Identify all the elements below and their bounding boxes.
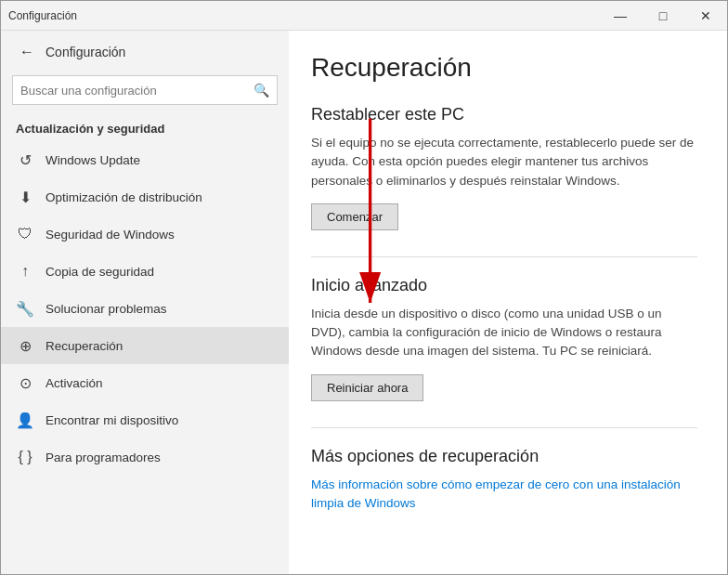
main-content: Recuperación Restablecer este PC Si el e… <box>289 31 727 574</box>
inicio-avanzado-heading: Inicio avanzado <box>311 276 697 295</box>
page-title: Recuperación <box>311 53 697 83</box>
sidebar-item-label: Windows Update <box>46 153 140 167</box>
titlebar-controls: — □ ✕ <box>599 1 727 30</box>
sidebar-item-label: Recuperación <box>46 339 123 353</box>
mas-opciones-link[interactable]: Más información sobre cómo empezar de ce… <box>311 476 697 514</box>
sidebar-item-label: Copia de seguridad <box>46 265 154 279</box>
solucionar-icon: 🔧 <box>16 299 34 318</box>
search-icon[interactable]: 🔍 <box>254 83 269 98</box>
sidebar-app-title: Configuración <box>46 45 125 59</box>
sidebar-item-encontrar[interactable]: 👤 Encontrar mi dispositivo <box>1 401 289 438</box>
divider2 <box>311 427 697 428</box>
restablecer-text: Si el equipo no se ejecuta correctamente… <box>311 134 697 190</box>
sidebar-item-label: Activación <box>46 376 103 390</box>
sidebar-item-label: Para programadores <box>46 451 161 464</box>
sidebar-item-label: Optimización de distribución <box>46 190 202 204</box>
inicio-avanzado-text: Inicia desde un dispositivo o disco (com… <box>311 305 697 361</box>
sidebar-item-label: Seguridad de Windows <box>46 228 175 242</box>
search-input[interactable] <box>20 84 254 98</box>
recuperacion-icon: ⊕ <box>16 336 34 355</box>
app-body: ← Configuración 🔍 Actualización y seguri… <box>1 31 727 574</box>
seguridad-icon: 🛡 <box>16 225 34 243</box>
sidebar-item-recuperacion[interactable]: ⊕ Recuperación <box>1 327 289 364</box>
titlebar: Configuración — □ ✕ <box>1 1 727 31</box>
sidebar-section-title: Actualización y seguridad <box>1 112 289 141</box>
optimizacion-icon: ⬇ <box>16 188 34 206</box>
sidebar-item-copia[interactable]: ↑ Copia de seguridad <box>1 253 289 290</box>
activacion-icon: ⊙ <box>16 373 34 392</box>
sidebar-item-optimizacion[interactable]: ⬇ Optimización de distribución <box>1 178 289 216</box>
sidebar-item-solucionar[interactable]: 🔧 Solucionar problemas <box>1 290 289 327</box>
sidebar-item-label: Encontrar mi dispositivo <box>46 413 178 427</box>
encontrar-icon: 👤 <box>16 411 34 429</box>
divider <box>311 256 697 257</box>
mas-opciones-heading: Más opciones de recuperación <box>311 447 697 466</box>
sidebar-item-activacion[interactable]: ⊙ Activación <box>1 364 289 401</box>
reiniciar-button[interactable]: Reiniciar ahora <box>311 374 423 401</box>
search-box: 🔍 <box>12 75 278 105</box>
close-button[interactable]: ✕ <box>684 1 727 31</box>
minimize-button[interactable]: — <box>599 1 642 31</box>
restablecer-heading: Restablecer este PC <box>311 105 697 124</box>
maximize-button[interactable]: □ <box>642 1 684 31</box>
back-button[interactable]: ← <box>12 40 42 64</box>
sidebar-item-label: Solucionar problemas <box>46 302 167 316</box>
programadores-icon: { } <box>16 448 34 466</box>
sidebar-nav-top: ← Configuración <box>1 31 289 68</box>
sidebar-item-windows-update[interactable]: ↺ Windows Update <box>1 141 289 178</box>
sidebar-item-programadores[interactable]: { } Para programadores <box>1 438 289 476</box>
comenzar-button[interactable]: Comenzar <box>311 203 398 230</box>
sidebar-item-seguridad[interactable]: 🛡 Seguridad de Windows <box>1 216 289 253</box>
titlebar-title: Configuración <box>8 9 77 22</box>
windows-update-icon: ↺ <box>16 150 34 169</box>
copia-icon: ↑ <box>16 262 34 281</box>
sidebar: ← Configuración 🔍 Actualización y seguri… <box>1 31 289 574</box>
